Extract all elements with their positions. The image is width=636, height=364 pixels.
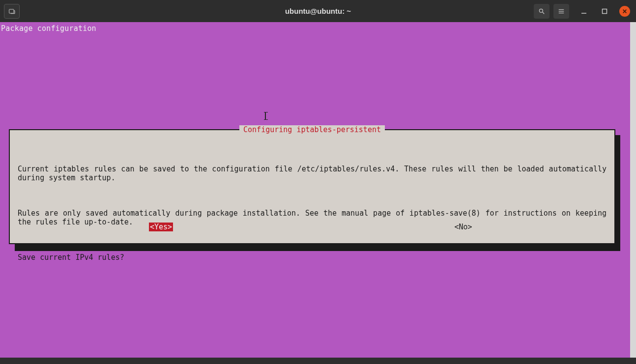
scrollbar[interactable] bbox=[630, 22, 636, 358]
config-dialog: Configuring iptables-persistent Current … bbox=[9, 129, 615, 244]
new-tab-button[interactable] bbox=[4, 4, 20, 19]
maximize-button[interactable] bbox=[599, 5, 610, 17]
no-button[interactable]: <No> bbox=[453, 223, 473, 231]
new-tab-icon bbox=[8, 7, 16, 15]
dialog-button-row: <Yes> <No> bbox=[10, 223, 614, 231]
svg-rect-4 bbox=[559, 11, 564, 11]
dialog-prompt: Save current IPv4 rules? bbox=[18, 253, 607, 262]
titlebar-controls bbox=[534, 4, 632, 19]
search-icon bbox=[538, 8, 545, 15]
text-cursor-icon bbox=[265, 112, 266, 120]
search-button[interactable] bbox=[534, 4, 549, 19]
svg-rect-7 bbox=[603, 9, 607, 13]
dialog-title: Configuring iptables-persistent bbox=[239, 125, 385, 134]
minimize-icon bbox=[581, 8, 587, 14]
menu-button[interactable] bbox=[553, 4, 569, 19]
svg-rect-5 bbox=[559, 12, 564, 13]
dialog-paragraph-1: Current iptables rules can be saved to t… bbox=[18, 165, 607, 182]
yes-button[interactable]: <Yes> bbox=[149, 223, 173, 231]
window-title: ubuntu@ubuntu: ~ bbox=[285, 7, 351, 15]
svg-rect-0 bbox=[9, 9, 14, 13]
bottom-border bbox=[0, 358, 636, 364]
svg-line-2 bbox=[543, 12, 545, 14]
minimize-button[interactable] bbox=[578, 5, 590, 17]
terminal-view[interactable]: Package configuration Configuring iptabl… bbox=[0, 22, 636, 364]
svg-rect-3 bbox=[559, 9, 564, 9]
close-icon bbox=[622, 9, 627, 14]
hamburger-icon bbox=[558, 8, 565, 15]
close-button[interactable] bbox=[619, 6, 630, 17]
package-config-header: Package configuration bbox=[1, 24, 96, 33]
dialog-body: Current iptables rules can be saved to t… bbox=[10, 130, 614, 280]
maximize-icon bbox=[602, 8, 607, 14]
svg-point-1 bbox=[539, 9, 543, 12]
titlebar: ubuntu@ubuntu: ~ bbox=[0, 0, 636, 22]
